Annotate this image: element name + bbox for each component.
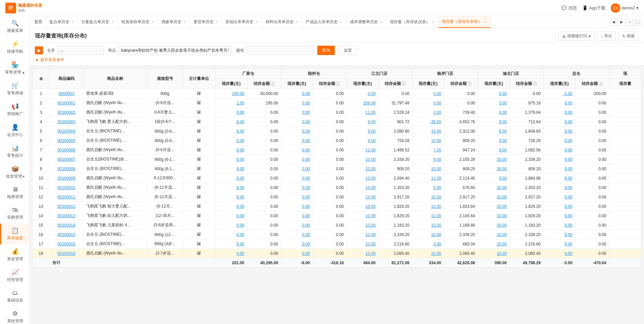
th-f-amt-info[interactable]: i — [270, 82, 275, 86]
tab-next-btn[interactable]: ▶ — [618, 18, 625, 26]
tab-close-product-in[interactable]: × — [339, 20, 342, 25]
cell-f-qty: 0.00 — [215, 239, 247, 249]
tab-close-assemble[interactable]: × — [151, 20, 154, 25]
sidebar-item-finance[interactable]: 💰 资金管理 — [0, 244, 29, 265]
sidebar-label-retail-store: 零售商城 — [7, 90, 23, 96]
warehouse-label: 仓库 — [47, 48, 55, 53]
sidebar-item-retail-stats[interactable]: 📊 零售统计 — [0, 141, 29, 162]
tab-close-requisition[interactable]: × — [215, 20, 218, 25]
table-settings-icon[interactable]: ⚙ — [39, 77, 43, 81]
message-btn[interactable]: 💬 消息 — [561, 5, 577, 11]
tab-close-cost-adjust[interactable]: × — [379, 20, 383, 25]
tab-expand-btn[interactable]: ⛶ — [634, 18, 641, 26]
warehouse-filter: 仓库 — [47, 46, 104, 55]
warehouse-input[interactable] — [57, 46, 104, 55]
settings-btn[interactable]: 设置 — [339, 46, 357, 55]
tab-dispatch[interactable]: 调拨单历史 × — [158, 16, 190, 28]
refresh-btn[interactable]: ↻ 刷新 — [619, 32, 639, 41]
sidebar-item-member[interactable]: 👤 会员中心 — [0, 120, 29, 141]
expand-more-btn[interactable]: ▼ 展开更多条件 — [35, 57, 639, 63]
tab-current-dist[interactable]: 现存量（库存分布表） × — [438, 16, 490, 28]
tab-branch-stock[interactable]: 分量盘点单历史 × — [78, 16, 118, 28]
query-btn[interactable]: 查询 — [317, 46, 335, 55]
cell-jb-amt: 1,353.20 — [378, 183, 412, 192]
cell-unit: 罐 — [183, 155, 215, 164]
cell-code: 00100013 — [50, 211, 84, 221]
tab-close-branch-stock[interactable]: × — [111, 20, 114, 25]
sidebar-item-basic[interactable]: 🗂 基础信息 — [0, 286, 29, 307]
tab-close-current-stock[interactable]: × — [431, 20, 435, 25]
tab-close-dispatch[interactable]: × — [183, 20, 186, 25]
tab-prev-btn[interactable]: ◀ — [610, 18, 617, 26]
cell-jb-amt: 2,528.24 — [378, 108, 412, 117]
sidebar-item-system[interactable]: ⚙ 系统管理 — [0, 307, 29, 324]
table-scroll-wrapper[interactable]: ⚙ 商品编码 商品名称 规格型号 主计量单位 厂家仓 陆村仓 江北门店 南岸门店 — [33, 69, 641, 268]
cell-f-amt: 0.00 — [247, 192, 281, 202]
cell-total-amt: 0.00 — [575, 239, 609, 249]
table-row: 5 00100004 合生元 (BIOSTIME)... 900g (0-6..… — [33, 127, 641, 136]
cell-unit: 罐 — [183, 136, 215, 145]
th-unit: 主计量单位 — [183, 69, 215, 89]
wholesale-icon: 📦 — [11, 165, 19, 173]
tab-cost-adjust[interactable]: 成本调整单历史 × — [346, 16, 386, 28]
cell-total-amt: 0.00 — [575, 155, 609, 164]
tab-home[interactable]: 首页 — [31, 16, 46, 28]
tab-close-current-dist[interactable]: × — [483, 19, 487, 24]
color-input[interactable] — [246, 46, 313, 55]
print-btn[interactable]: 🖨 按模版打印 ▾ — [558, 32, 594, 41]
top-bar-right: 💬 消息 📱 App下载 Ea demo2 ▾ — [561, 3, 639, 13]
cell-yb-qty: 10.00 — [478, 211, 510, 221]
tab-close-other-out[interactable]: × — [255, 20, 258, 25]
sidebar-item-purchase[interactable]: 🛍 采购管理 — [0, 203, 29, 224]
cell-total-amt: 0.00 — [575, 249, 609, 258]
tab-other-out[interactable]: 其他出库单历史 × — [222, 16, 262, 28]
table-row: 17 00100016 合生元 (BIOSTIME)... 900g (3岁..… — [33, 239, 641, 249]
cell-yb-amt: 875.16 — [509, 98, 543, 108]
tab-requisition[interactable]: 要货单历史 × — [190, 16, 222, 28]
filter-collapse-btn[interactable]: ▶ — [35, 46, 43, 54]
product-input[interactable] — [118, 46, 232, 55]
footer-yb-qty: 390.00 — [478, 258, 510, 268]
tab-close-material-out[interactable]: × — [295, 20, 299, 25]
th-f-amt: 结存金额i — [247, 79, 281, 89]
th-yb-amt-info[interactable]: i — [533, 82, 537, 86]
cell-f-qty: 0.00 — [215, 192, 247, 202]
retail-store-icon: 🛒 — [11, 82, 19, 89]
tab-product-in[interactable]: 产成品入库单历史 × — [302, 16, 346, 28]
tab-close-all-btn[interactable]: × — [626, 18, 633, 26]
sidebar-item-inventory[interactable]: 📋 库存核算 — [0, 224, 29, 244]
cell-l-amt: 0.00 — [313, 249, 346, 258]
tab-close-stock-single[interactable]: × — [71, 20, 74, 25]
cell-spec: 400g (0-6... — [147, 136, 182, 145]
export-btn[interactable]: ↓ 导出 — [597, 32, 616, 41]
sidebar-item-ops[interactable]: 📈 经营管理 — [0, 265, 29, 286]
cell-l-qty: 0.00 — [281, 145, 313, 155]
cell-name: 惠氏启醒 (Wyeth illu... — [84, 145, 147, 155]
tab-stock-single[interactable]: 盘点单历史 × — [46, 16, 78, 28]
sidebar-item-marketing[interactable]: 📢 营销推广 — [0, 99, 29, 120]
th-jb-amt-info[interactable]: i — [401, 82, 406, 86]
cell-jb-amt: 1,488.52 — [378, 145, 412, 155]
cell-l-qty: 0.00 — [281, 174, 313, 183]
th-l-qty: 现存量(主) — [281, 79, 313, 89]
sidebar-item-quicknav[interactable]: ⚡ 快捷导航 — [0, 37, 29, 58]
tab-assemble[interactable]: 组装拆卸单历史 × — [118, 16, 158, 28]
th-l-amt-info[interactable]: i — [336, 82, 340, 86]
sidebar-item-retail-store[interactable]: 🛒 零售商城 — [0, 79, 29, 99]
sidebar-item-wholesale[interactable]: 📦 批发管理 ▾ — [0, 162, 29, 183]
user-area[interactable]: Ea demo2 ▾ — [611, 3, 639, 13]
cell-yb-amt: 1,082.56 — [509, 145, 543, 155]
cell-jb-qty: 10.00 — [346, 202, 378, 211]
cell-total-qty: 0.00 — [543, 136, 575, 145]
th-total-amt-info[interactable]: i — [598, 82, 603, 86]
cell-yb-qty: 10.00 — [478, 221, 510, 230]
app-download-btn[interactable]: 📱 App下载 — [582, 5, 605, 11]
cell-jb-qty: 10.00 — [346, 155, 378, 164]
tab-material-out[interactable]: 材料出库单历史 × — [262, 16, 302, 28]
tab-current-stock[interactable]: 现存量（库存状况表） × — [386, 16, 438, 28]
cell-l-amt: 0.00 — [313, 239, 346, 249]
th-na-amt-info[interactable]: i — [467, 82, 472, 86]
sidebar-item-retail[interactable]: 🏪 零售管理 ▲ — [0, 58, 29, 79]
sidebar-item-search[interactable]: 🔍 搜索英单 — [0, 16, 29, 37]
sidebar-item-ecommerce[interactable]: 🖥 电商管理 — [0, 183, 29, 203]
